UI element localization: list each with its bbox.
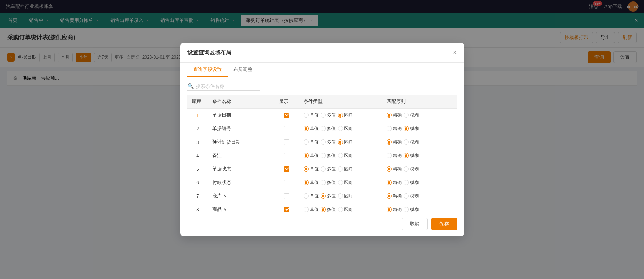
type-option-区间[interactable]: 区间 <box>338 193 353 199</box>
radio-label: 精确 <box>393 166 402 172</box>
match-option-精确[interactable]: 精确 <box>387 207 402 212</box>
checkbox[interactable] <box>284 207 289 212</box>
type-option-单值[interactable]: 单值 <box>304 180 319 186</box>
radio-dot <box>404 153 409 158</box>
radio-dot <box>338 193 343 199</box>
checkbox[interactable] <box>284 180 289 185</box>
row-type-options: 单值多值区间 <box>299 189 382 203</box>
modal-tabs: 查询字段设置 布局调整 <box>180 63 464 77</box>
type-option-单值[interactable]: 单值 <box>304 193 319 199</box>
match-option-模糊[interactable]: 模糊 <box>404 193 419 199</box>
radio-label: 单值 <box>310 193 319 199</box>
radio-dot <box>387 126 392 131</box>
row-order: 7 <box>187 189 208 203</box>
checkbox[interactable] <box>284 113 289 118</box>
checkbox[interactable] <box>284 126 289 131</box>
match-option-模糊[interactable]: 模糊 <box>404 112 419 118</box>
type-option-单值[interactable]: 单值 <box>304 166 319 172</box>
type-option-区间[interactable]: 区间 <box>338 180 353 186</box>
radio-label: 多值 <box>327 126 336 132</box>
match-option-模糊[interactable]: 模糊 <box>404 166 419 172</box>
checkbox[interactable] <box>284 140 289 145</box>
type-option-区间[interactable]: 区间 <box>338 153 353 159</box>
type-option-单值[interactable]: 单值 <box>304 153 319 159</box>
checkbox[interactable] <box>284 193 289 199</box>
radio-label: 多值 <box>327 193 336 199</box>
radio-label: 精确 <box>393 207 402 212</box>
match-option-精确[interactable]: 精确 <box>387 180 402 186</box>
type-option-多值[interactable]: 多值 <box>321 153 336 159</box>
radio-dot <box>387 113 392 118</box>
radio-dot <box>338 166 343 172</box>
radio-label: 模糊 <box>410 126 419 132</box>
radio-label: 区间 <box>344 180 353 186</box>
modal-dialog: 设置查询区域布局 × 查询字段设置 布局调整 🔍 顺序 <box>180 43 464 236</box>
row-match-options: 精确模糊 <box>382 135 457 149</box>
row-show-checkbox[interactable] <box>274 149 299 162</box>
row-show-checkbox[interactable] <box>274 109 299 122</box>
row-condition-name: 仓库 ∨ <box>208 189 274 203</box>
th-match: 匹配原则 <box>382 95 457 109</box>
match-option-模糊[interactable]: 模糊 <box>404 126 419 132</box>
modal-tab-query[interactable]: 查询字段设置 <box>187 63 228 77</box>
radio-label: 精确 <box>393 193 402 199</box>
match-option-精确[interactable]: 精确 <box>387 112 402 118</box>
match-option-模糊[interactable]: 模糊 <box>404 180 419 186</box>
row-show-checkbox[interactable] <box>274 162 299 176</box>
type-option-区间[interactable]: 区间 <box>338 126 353 132</box>
type-option-区间[interactable]: 区间 <box>338 166 353 172</box>
row-show-checkbox[interactable] <box>274 122 299 135</box>
type-option-区间[interactable]: 区间 <box>338 207 353 212</box>
cancel-button[interactable]: 取消 <box>402 218 428 230</box>
match-option-模糊[interactable]: 模糊 <box>404 139 419 145</box>
row-type-options: 单值多值区间 <box>299 162 382 176</box>
type-option-区间[interactable]: 区间 <box>338 139 353 145</box>
type-option-单值[interactable]: 单值 <box>304 139 319 145</box>
radio-dot <box>304 153 309 158</box>
th-type: 条件类型 <box>299 95 382 109</box>
type-option-多值[interactable]: 多值 <box>321 193 336 199</box>
save-button[interactable]: 保存 <box>431 218 457 230</box>
match-option-模糊[interactable]: 模糊 <box>404 207 419 212</box>
type-option-多值[interactable]: 多值 <box>321 180 336 186</box>
modal-close-button[interactable]: × <box>453 49 457 56</box>
modal-tab-layout[interactable]: 布局调整 <box>228 63 258 77</box>
match-option-精确[interactable]: 精确 <box>387 126 402 132</box>
radio-dot <box>387 207 392 212</box>
type-option-单值[interactable]: 单值 <box>304 207 319 212</box>
table-row: 6付款状态单值多值区间精确模糊 <box>187 176 457 189</box>
match-option-精确[interactable]: 精确 <box>387 193 402 199</box>
radio-label: 多值 <box>327 207 336 212</box>
row-show-checkbox[interactable] <box>274 189 299 203</box>
radio-dot <box>404 140 409 145</box>
type-option-多值[interactable]: 多值 <box>321 112 336 118</box>
type-option-多值[interactable]: 多值 <box>321 139 336 145</box>
type-option-单值[interactable]: 单值 <box>304 112 319 118</box>
th-order: 顺序 <box>187 95 208 109</box>
radio-dot <box>304 166 309 172</box>
row-order: 6 <box>187 176 208 189</box>
row-match-options: 精确模糊 <box>382 162 457 176</box>
match-option-精确[interactable]: 精确 <box>387 166 402 172</box>
type-option-单值[interactable]: 单值 <box>304 126 319 132</box>
match-option-精确[interactable]: 精确 <box>387 139 402 145</box>
checkbox[interactable] <box>284 166 289 172</box>
row-show-checkbox[interactable] <box>274 203 299 212</box>
radio-dot <box>304 193 309 199</box>
search-input[interactable] <box>196 83 254 89</box>
row-show-checkbox[interactable] <box>274 176 299 189</box>
radio-label: 区间 <box>344 153 353 159</box>
radio-dot <box>404 180 409 185</box>
type-option-多值[interactable]: 多值 <box>321 207 336 212</box>
type-option-区间[interactable]: 区间 <box>338 112 353 118</box>
checkbox[interactable] <box>284 153 289 158</box>
type-option-多值[interactable]: 多值 <box>321 166 336 172</box>
match-option-精确[interactable]: 精确 <box>387 153 402 159</box>
match-option-模糊[interactable]: 模糊 <box>404 153 419 159</box>
radio-label: 单值 <box>310 166 319 172</box>
radio-dot <box>321 126 326 131</box>
type-option-多值[interactable]: 多值 <box>321 126 336 132</box>
row-show-checkbox[interactable] <box>274 135 299 149</box>
search-wrap: 🔍 <box>187 82 260 91</box>
row-order: 4 <box>187 149 208 162</box>
